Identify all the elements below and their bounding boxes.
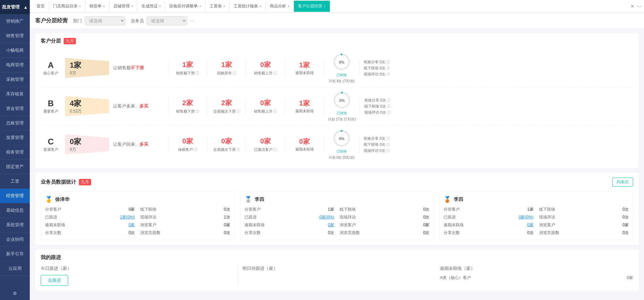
- tab-应收应付调整单[interactable]: 应收应付调整单 ×: [165, 1, 206, 12]
- staff-stat-row-1-6: 分享次数 0次: [244, 230, 334, 236]
- tab-close-icon[interactable]: ×: [324, 4, 326, 8]
- staff-stat-row-1-0: 分管客户 1家: [244, 207, 334, 212]
- more-filter-btn[interactable]: ···: [190, 18, 194, 24]
- sidebar-item-工资[interactable]: 工资: [0, 174, 30, 189]
- info-icon2[interactable]: ⓘ: [233, 71, 236, 76]
- sidebar-item-固定资产[interactable]: 固定资产: [0, 160, 30, 174]
- staff-stat-label: 逾期未联络: [45, 222, 65, 228]
- tab-close-icon[interactable]: ×: [199, 4, 201, 8]
- tab-action-more-icon[interactable]: ⋯: [637, 4, 641, 9]
- info-icon3[interactable]: ⓘ: [273, 147, 277, 152]
- staff-stat-label: 分享次数: [444, 230, 460, 236]
- right-info-icon[interactable]: ⓘ: [386, 142, 390, 146]
- tier-stat2-B: 2家 交易频次下滑 ⓘ: [211, 98, 242, 114]
- info-icon[interactable]: ⓘ: [195, 71, 199, 76]
- tab-close-icon[interactable]: ×: [259, 4, 261, 8]
- staff-stat-value[interactable]: 0家: [328, 222, 334, 228]
- right-info-icon[interactable]: ⓘ: [386, 136, 390, 140]
- dept-select[interactable]: 请选择: [85, 16, 125, 25]
- info-icon2[interactable]: ⓘ: [236, 147, 240, 152]
- staff-stat-value: 1家: [328, 207, 334, 212]
- right-info-icon[interactable]: ⓘ: [386, 66, 390, 70]
- right-info-icon[interactable]: ⓘ: [387, 104, 391, 108]
- sidebar-item-系统管理[interactable]: 系统管理: [0, 218, 30, 232]
- staff-stat-row-2-0: 分管客户 1家: [444, 207, 533, 212]
- tier-label-B: B 重要客户: [41, 99, 61, 114]
- tab-首页[interactable]: 首页: [33, 1, 49, 12]
- right-info-icon[interactable]: ⓘ: [386, 72, 390, 76]
- info-icon2[interactable]: ⓘ: [236, 109, 240, 114]
- tab-close-icon[interactable]: ×: [131, 4, 133, 8]
- list-view-button[interactable]: 列表式: [612, 178, 633, 187]
- sidebar-item-税务管理[interactable]: 税务管理: [0, 145, 30, 160]
- tab-商品分析[interactable]: 商品分析 ×: [266, 1, 294, 12]
- tab-close-icon[interactable]: ×: [223, 4, 225, 8]
- sidebar-item-总账管理[interactable]: 总账管理: [0, 116, 30, 131]
- info-icon[interactable]: ⓘ: [194, 147, 197, 152]
- sidebar-item-库存核算[interactable]: 库存核算: [0, 87, 30, 101]
- tab-close-icon[interactable]: ×: [79, 4, 81, 8]
- tab-店铺管理[interactable]: 店铺管理 ×: [109, 1, 137, 12]
- right-info-icon[interactable]: ⓘ: [386, 148, 390, 153]
- sidebar-item-资金管理[interactable]: 资金管理: [0, 101, 30, 116]
- sidebar-item-小畅电商[interactable]: 小畅电商: [0, 43, 30, 58]
- staff-stat-value[interactable]: 0家(0%): [519, 214, 534, 220]
- staff-section: 业务员数据统计 九月 列表式 🥇徐泽华 分管客户 0家 线下联络 0次 已跟进 …: [35, 173, 639, 245]
- staff-stat-row-1-1: 线下联络 0次: [340, 207, 429, 212]
- staff-stat-label: 分享次数: [45, 230, 61, 236]
- staff-select[interactable]: 请选择: [147, 16, 187, 25]
- info-icon[interactable]: ⓘ: [195, 109, 199, 114]
- goto-followup-button[interactable]: 去跟进: [41, 275, 68, 286]
- staff-stat-row-2-6: 分享次数 0次: [444, 230, 533, 236]
- sidebar-item-云应用[interactable]: 云应用: [0, 261, 30, 276]
- sidebar-footer-settings[interactable]: ⚙: [0, 287, 30, 300]
- right-info-icon[interactable]: ⓘ: [387, 110, 391, 114]
- sidebar-item-采购管理[interactable]: 采购管理: [0, 72, 30, 87]
- right-info-icon[interactable]: ⓘ: [386, 60, 390, 64]
- right-info-icon[interactable]: ⓘ: [387, 98, 391, 102]
- sidebar-header[interactable]: 批发管理 ▲: [0, 0, 30, 14]
- info-icon3[interactable]: ⓘ: [273, 71, 277, 76]
- sidebar-item-发票管理[interactable]: 发票管理: [0, 131, 30, 145]
- tier-action-A: 让销售额不下滑: [113, 65, 164, 71]
- staff-stat-row-2-2: 已跟进 0家(0%): [444, 214, 533, 220]
- staff-stat-label: 分管客户: [45, 207, 61, 212]
- staff-stat-value[interactable]: 0家(0%): [319, 214, 334, 220]
- tab-close-icon[interactable]: ×: [287, 4, 289, 8]
- sidebar-item-新手引导[interactable]: 新手引导: [0, 247, 30, 261]
- sidebar-item-基础信息[interactable]: 基础信息: [0, 203, 30, 218]
- sidebar-item-企业协同[interactable]: 企业协同: [0, 232, 30, 247]
- staff-stat-value[interactable]: 1家(0%): [120, 214, 135, 220]
- tab-close-icon[interactable]: ×: [159, 4, 161, 8]
- sidebar-item-销售管理[interactable]: 销售管理: [0, 29, 30, 43]
- sidebar-collapse-icon[interactable]: ▲: [23, 5, 28, 10]
- followup-section: 我的跟进 今日跟进（家） 去跟进 明日待跟进（家） 逾期未联络（家） A类（核心…: [35, 250, 639, 291]
- tier-divider3-C: [246, 136, 246, 153]
- tier-divider1-A: [168, 60, 168, 76]
- info-icon3[interactable]: ⓘ: [273, 109, 277, 114]
- staff-card-1: 🥈李四 分管客户 1家 线下联络 0次 已跟进 0家(0%) 现场拜访 0次 逾…: [240, 191, 434, 240]
- tier-action-C: 让客户回来、多买: [113, 141, 164, 147]
- staff-stat-label: 浏览客户: [340, 222, 356, 228]
- tier-divider2-C: [207, 136, 207, 153]
- staff-stat-value[interactable]: 0家: [129, 222, 135, 228]
- tab-销货单[interactable]: 销货单 ×: [85, 1, 109, 12]
- staff-stat-label: 现场拜访: [539, 214, 555, 220]
- followup-section-title: 我的跟进: [41, 254, 61, 261]
- tab-close-icon[interactable]: ×: [103, 4, 105, 8]
- staff-stats-grid-0: 分管客户 0家 线下联络 0次 已跟进 1家(0%) 现场拜访 1次 逾期未联络…: [45, 207, 230, 236]
- sidebar-item-营销推广[interactable]: 营销推广: [0, 14, 30, 29]
- tab-门店商品目录[interactable]: 门店商品目录 ×: [49, 1, 85, 12]
- tier-divider5-A: [324, 60, 324, 76]
- tab-工资表[interactable]: 工资表 ×: [206, 1, 230, 12]
- tab-工资统计报表[interactable]: 工资统计报表 ×: [230, 1, 266, 12]
- tab-客户分层经营[interactable]: 客户分层经营 ×: [294, 1, 330, 12]
- sidebar-item-经营管理[interactable]: 经营管理: [0, 189, 30, 203]
- staff-stat-label: 线下联络: [340, 207, 356, 212]
- tab-生成凭证[interactable]: 生成凭证 ×: [137, 1, 166, 12]
- sidebar-item-电商管理[interactable]: 电商管理: [0, 58, 30, 72]
- tier-stat3-A: 0家 销售额上升 ⓘ: [250, 60, 281, 76]
- staff-stat-label: 逾期未联络: [444, 222, 464, 228]
- staff-stat-value[interactable]: 0家: [527, 222, 534, 228]
- tab-action-close-icon[interactable]: ✕: [630, 4, 634, 9]
